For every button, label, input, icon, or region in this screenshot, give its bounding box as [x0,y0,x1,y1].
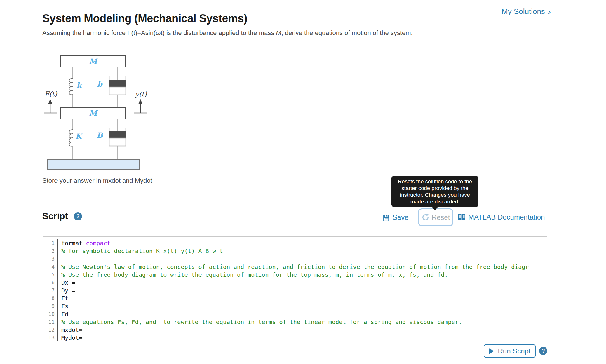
description-post: , derive the equations of motion of the … [281,29,413,36]
script-help-icon[interactable]: ? [74,212,82,220]
save-label: Save [393,213,409,222]
spring-k-coil [69,78,73,95]
code-row: 3 [43,255,547,263]
code-segment: compact [86,240,110,247]
code-row: 2% for symbolic declaration K x(t) y(t) … [43,247,547,255]
mass-label-middle: M [89,109,98,117]
tooltip-line: Resets the solution code to the [394,178,476,185]
line-number: 10 [43,310,58,318]
code-segment: Dx = [61,279,75,286]
reset-tooltip: Resets the solution code to the starter … [391,176,478,207]
mass-label-top: M [89,57,98,66]
force-label: F(t) [44,90,57,98]
code-segment: Ft = [61,295,75,302]
system-diagram: M M k b K B F(t) y(t) [32,41,152,174]
code-line[interactable]: Fd = [58,311,75,318]
book-icon [458,214,466,221]
spring-k-label: k [76,81,82,90]
code-segment: % Use equations Fs, Fd, and to rewrite t… [61,318,462,325]
code-line[interactable]: Ft = [58,295,75,302]
tooltip-line: instructor. Changes you have [394,191,476,198]
line-number: 5 [43,271,58,278]
code-line[interactable]: % Use the free body diagram to write the… [58,271,448,278]
reset-label: Reset [432,213,450,222]
force-arrow: F(t) [44,90,58,113]
code-segment: format [61,240,86,247]
damper-B-cylinder [109,138,126,146]
answer-note: Store your answer in mxdot and Mydot [42,177,152,184]
save-icon [383,214,390,221]
code-line[interactable]: format compact [58,240,111,247]
code-row: 12mxdot= [43,326,547,334]
my-solutions-label: My Solutions [501,7,545,16]
damper-b-cylinder [109,87,126,95]
code-segment: Mydot= [61,334,82,341]
description-mass-symbol: M [276,29,281,36]
problem-description: Assuming the harmonic force F(t)=Asin(ωt… [42,29,413,37]
line-number: 1 [43,239,58,247]
code-row: 10Fd = [43,310,547,318]
damper-B-piston [109,131,126,138]
code-row: 8Ft = [43,294,547,302]
damper-b-label: b [97,80,103,88]
line-number: 7 [43,286,58,294]
line-number: 2 [43,247,58,255]
code-segment: mxdot= [61,326,82,333]
reset-button[interactable]: Reset [418,208,453,226]
code-segment: % Use Newton's law of motion, concepts o… [61,263,529,270]
code-segment: % for symbolic declaration K x(t) y(t) A… [61,248,223,255]
code-line[interactable]: Mydot= [58,334,82,341]
output-label: y(t) [135,90,147,98]
line-number: 6 [43,278,58,286]
code-row: 11% Use equations Fs, Fd, and to rewrite… [43,318,547,326]
code-segment: Fd = [61,311,75,318]
line-number: 8 [43,294,58,302]
ground-block [48,159,140,170]
line-number: 4 [43,263,58,271]
spring-K-label: K [75,132,83,141]
page-title: System Modeling (Mechanical Systems) [42,12,247,25]
code-line[interactable]: % Use equations Fs, Fd, and to rewrite t… [58,318,462,325]
code-line[interactable]: Dx = [58,279,75,286]
code-line[interactable]: Fs = [58,303,75,310]
run-script-help-icon[interactable]: ? [539,347,547,355]
run-script-button[interactable]: Run Script [484,344,536,358]
line-number: 13 [43,334,58,341]
script-heading: Script [42,211,68,222]
matlab-documentation-label: MATLAB Documentation [468,213,545,221]
chevron-right-icon: › [548,8,551,15]
tooltip-line: made are discarded. [394,198,476,205]
code-line[interactable]: mxdot= [58,326,82,333]
reset-refresh-icon [422,213,429,221]
code-segment: Dy = [61,287,75,294]
output-arrow: y(t) [134,90,147,113]
code-row: 7Dy = [43,286,547,294]
code-editor[interactable]: 1format compact2% for symbolic declarati… [43,236,547,341]
my-solutions-link[interactable]: My Solutions › [501,7,551,16]
code-row: 9Fs = [43,302,547,310]
spring-K-coil [69,130,73,146]
line-number: 11 [43,318,58,326]
code-line[interactable]: Dy = [58,287,75,294]
code-row: 6Dx = [43,278,547,286]
code-line[interactable]: % for symbolic declaration K x(t) y(t) A… [58,248,223,255]
line-number: 3 [43,255,58,263]
line-number: 12 [43,326,58,334]
play-icon [489,348,494,354]
code-row: 4% Use Newton's law of motion, concepts … [43,263,547,271]
run-script-label: Run Script [498,347,530,355]
damper-b-piston [109,80,126,87]
damper-B-label: B [97,131,103,140]
code-row: 5% Use the free body diagram to write th… [43,271,547,278]
description-pre: Assuming the harmonic force F(t)=Asin(ωt… [42,29,276,36]
code-row: 13Mydot= [43,334,547,341]
matlab-documentation-link[interactable]: MATLAB Documentation [458,213,545,221]
code-segment: Fs = [61,303,75,310]
code-row: 1format compact [43,239,547,247]
save-button[interactable]: Save [383,213,409,222]
line-number: 9 [43,302,58,310]
code-line[interactable]: % Use Newton's law of motion, concepts o… [58,263,529,270]
tooltip-line: starter code provided by the [394,185,476,191]
code-segment: % Use the free body diagram to write the… [61,271,448,278]
